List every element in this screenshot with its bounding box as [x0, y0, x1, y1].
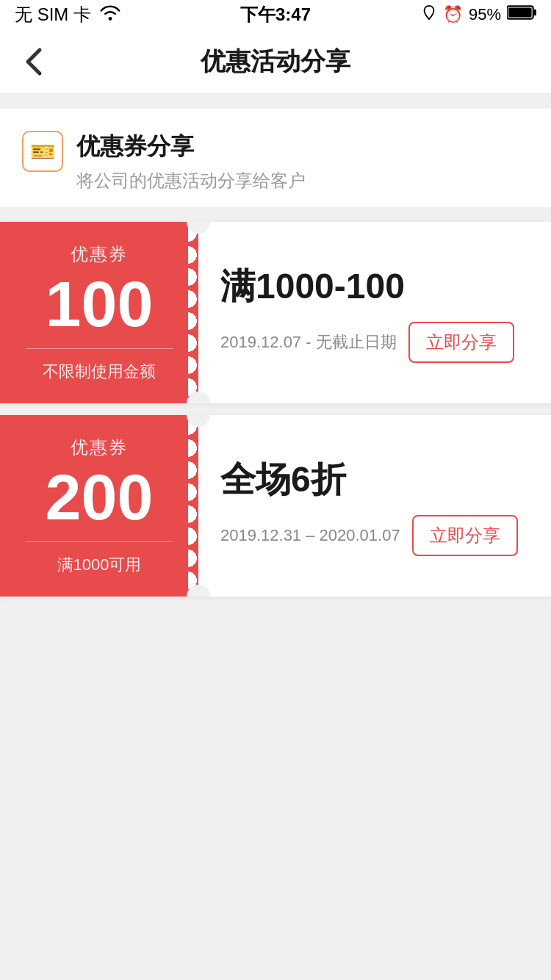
share-button[interactable]: 立即分享: [412, 515, 518, 556]
section-title: 优惠券分享: [76, 131, 306, 163]
coupon-condition: 不限制使用金额: [43, 361, 156, 383]
coupon-left: 优惠券 200 满1000可用: [0, 415, 198, 597]
coupon-card: 优惠券 200 满1000可用 全场6折 2019.12.31 – 2020.0…: [0, 415, 551, 597]
coupon-label: 优惠券: [71, 242, 128, 266]
nav-bar: 优惠活动分享: [0, 29, 551, 94]
coupon-card: 优惠券 100 不限制使用金额 满1000-100 2019.12.07 - 无…: [0, 222, 551, 403]
alarm-icon: ⏰: [443, 5, 463, 24]
coupon-label: 优惠券: [71, 436, 128, 459]
coupon-date: 2019.12.07 - 无截止日期: [220, 331, 397, 353]
coupon-date: 2019.12.31 – 2020.01.07: [220, 526, 400, 545]
coupon-condition: 满1000可用: [57, 554, 142, 576]
coupon-notch-bottom: [187, 585, 210, 597]
status-left: 无 SIM 卡: [15, 3, 122, 26]
page-title: 优惠活动分享: [201, 45, 350, 79]
coupon-notch-top: [187, 222, 210, 234]
coupon-list: 优惠券 100 不限制使用金额 满1000-100 2019.12.07 - 无…: [0, 207, 551, 623]
location-icon: [421, 4, 437, 25]
share-button[interactable]: 立即分享: [408, 322, 514, 363]
coupon-divider: [26, 348, 173, 349]
coupon-left: 优惠券 100 不限制使用金额: [0, 222, 198, 403]
section-text-group: 优惠券分享 将公司的优惠活动分享给客户: [76, 131, 306, 192]
coupon-amount: 200: [46, 465, 154, 530]
coupon-name: 全场6折: [220, 456, 529, 503]
coupon-divider: [26, 541, 173, 542]
coupon-notch-bottom: [187, 392, 210, 403]
wifi-icon: [98, 4, 122, 25]
coupon-notch-top: [187, 415, 210, 427]
status-right: ⏰ 95%: [421, 4, 536, 25]
battery-icon: [507, 5, 536, 24]
back-button[interactable]: [18, 46, 50, 78]
battery-text: 95%: [469, 5, 501, 24]
svg-rect-1: [533, 10, 536, 16]
coupon-meta: 2019.12.31 – 2020.01.07 立即分享: [220, 515, 529, 556]
coupon-meta: 2019.12.07 - 无截止日期 立即分享: [220, 322, 529, 363]
carrier-text: 无 SIM 卡: [15, 3, 91, 26]
section-subtitle: 将公司的优惠活动分享给客户: [76, 169, 306, 192]
status-bar: 无 SIM 卡 下午3:47 ⏰ 95%: [0, 0, 551, 29]
svg-rect-2: [508, 8, 531, 18]
coupon-right: 全场6折 2019.12.31 – 2020.01.07 立即分享: [198, 415, 551, 597]
coupon-name: 满1000-100: [220, 263, 529, 310]
section-icon: 🎫: [22, 131, 63, 172]
coupon-right: 满1000-100 2019.12.07 - 无截止日期 立即分享: [198, 222, 551, 403]
empty-area: [0, 623, 551, 980]
coupon-amount: 100: [46, 272, 154, 336]
section-header: 🎫 优惠券分享 将公司的优惠活动分享给客户: [0, 109, 551, 207]
status-time: 下午3:47: [240, 3, 311, 26]
